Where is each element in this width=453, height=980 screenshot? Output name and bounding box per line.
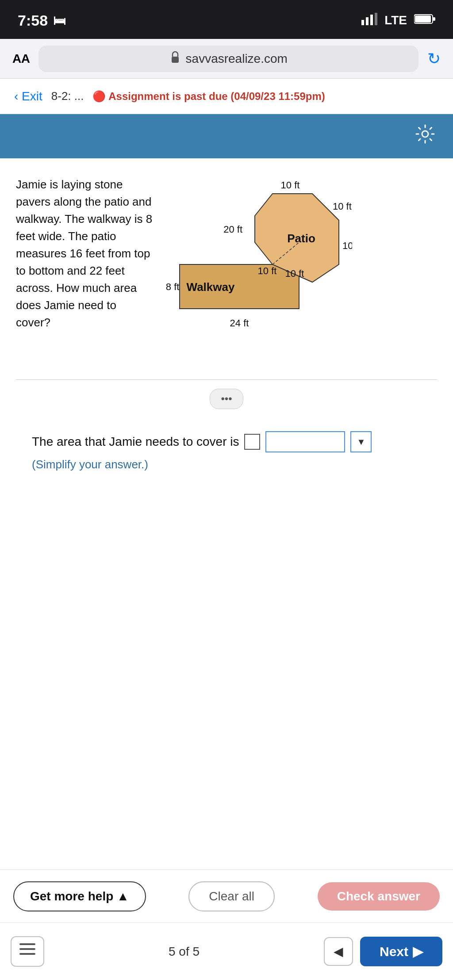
- svg-rect-0: [361, 20, 364, 25]
- answer-prefix: The area that Jamie needs to cover is: [32, 435, 239, 449]
- problem-area: Jamie is laying stone pavers along the p…: [16, 176, 437, 362]
- svg-text:Walkway: Walkway: [187, 280, 235, 294]
- svg-point-8: [422, 131, 428, 137]
- time-display: 7:58: [18, 12, 48, 29]
- breadcrumb: 8-2: ...: [51, 89, 84, 103]
- status-bar: 7:58 🛏 LTE: [0, 0, 453, 39]
- divider-section: •••: [16, 379, 437, 409]
- main-content: Jamie is laying stone pavers along the p…: [0, 158, 453, 494]
- simplify-note: (Simplify your answer.): [32, 458, 421, 471]
- lte-label: LTE: [384, 13, 407, 27]
- settings-icon[interactable]: [415, 124, 435, 149]
- svg-rect-5: [415, 15, 431, 23]
- pagination-bar: 5 of 5 ◀ Next ▶: [0, 923, 453, 980]
- status-right: LTE: [361, 13, 435, 28]
- svg-rect-23: [19, 948, 35, 950]
- answer-line: The area that Jamie needs to cover is ▼: [32, 431, 421, 452]
- page-info: 5 of 5: [169, 945, 200, 959]
- svg-text:10 ft: 10 ft: [258, 265, 277, 276]
- svg-text:10 ft: 10 ft: [333, 201, 352, 212]
- battery-icon: [414, 13, 435, 28]
- url-text: savvasrealize.com: [186, 52, 288, 66]
- alarm-icon: 🛏: [53, 13, 65, 28]
- signal-icon: [361, 13, 377, 28]
- svg-text:10 ft: 10 ft: [281, 180, 300, 191]
- next-label: Next: [380, 944, 408, 959]
- refresh-button[interactable]: ↻: [427, 50, 441, 68]
- url-bar[interactable]: savvasrealize.com: [38, 46, 418, 72]
- exit-button[interactable]: ‹ Exit: [14, 89, 42, 103]
- nav-bar: ‹ Exit 8-2: ... 🔴 Assignment is past due…: [0, 79, 453, 114]
- prev-button[interactable]: ◀: [324, 937, 353, 966]
- svg-text:18 ft: 18 ft: [166, 281, 179, 292]
- svg-text:24 ft: 24 ft: [230, 318, 249, 329]
- svg-rect-3: [375, 13, 377, 25]
- answer-checkbox[interactable]: [244, 434, 260, 450]
- text-size-button[interactable]: AA: [12, 52, 30, 66]
- problem-text: Jamie is laying stone pavers along the p…: [16, 176, 153, 331]
- list-icon: [19, 946, 35, 959]
- answer-input[interactable]: [265, 431, 345, 452]
- dropdown-arrow: ▼: [357, 437, 366, 447]
- list-view-button[interactable]: [11, 936, 44, 967]
- svg-text:10 ft: 10 ft: [342, 240, 352, 251]
- content-header: [0, 114, 453, 158]
- page-nav-group: ◀ Next ▶: [324, 937, 442, 966]
- svg-rect-7: [172, 57, 179, 63]
- svg-text:Patio: Patio: [287, 232, 315, 245]
- bottom-toolbar: Get more help ▲ Clear all Check answer: [0, 869, 453, 923]
- lock-icon: [170, 50, 180, 67]
- svg-rect-24: [19, 953, 35, 955]
- svg-text:20 ft: 20 ft: [223, 224, 242, 235]
- browser-bar: AA savvasrealize.com ↻: [0, 39, 453, 79]
- expand-button[interactable]: •••: [210, 389, 243, 409]
- diagram-area: Walkway 24 ft 18 ft Patio 10 ft 10 ft: [166, 176, 437, 362]
- due-notice: 🔴 Assignment is past due (04/09/23 11:59…: [92, 90, 325, 103]
- dots-icon: •••: [221, 393, 232, 405]
- next-button[interactable]: Next ▶: [360, 937, 442, 966]
- get-more-help-button[interactable]: Get more help ▲: [13, 881, 146, 911]
- svg-rect-2: [370, 15, 373, 25]
- answer-dropdown[interactable]: ▼: [350, 431, 372, 452]
- check-answer-button[interactable]: Check answer: [318, 882, 440, 911]
- svg-rect-22: [19, 943, 35, 945]
- diagram-svg: Walkway 24 ft 18 ft Patio 10 ft 10 ft: [166, 176, 352, 348]
- status-time: 7:58 🛏: [18, 12, 65, 29]
- svg-text:10 ft: 10 ft: [285, 268, 304, 279]
- svg-rect-1: [366, 17, 369, 25]
- clear-all-button[interactable]: Clear all: [188, 881, 275, 911]
- svg-rect-6: [433, 17, 435, 21]
- answer-area: The area that Jamie needs to cover is ▼ …: [16, 422, 437, 480]
- next-arrow-icon: ▶: [413, 944, 423, 959]
